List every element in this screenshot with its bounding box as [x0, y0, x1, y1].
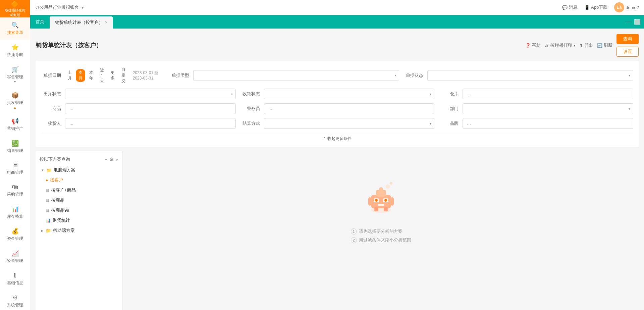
sales-icon: 💹: [11, 140, 19, 147]
minimize-btn[interactable]: —: [626, 19, 631, 25]
doc-type-select[interactable]: ▾: [193, 70, 399, 81]
filter-panel: 单据日期 上月 本月 本年 近7天 更多 自定义 2023-03-01 至 20…: [36, 61, 639, 147]
tab-close-btn[interactable]: ×: [105, 20, 107, 25]
ops-icon: 📈: [11, 250, 19, 257]
sidebar-item-marketing[interactable]: 📢 营销推广: [0, 113, 30, 136]
refresh-btn[interactable]: 🔄 刷新: [597, 42, 612, 48]
doc-type-label: 单据类型: [169, 72, 189, 79]
goods-select[interactable]: …: [65, 103, 236, 114]
sidebar-item-label: 库存核算: [7, 214, 23, 219]
tab-home[interactable]: 首页: [30, 15, 50, 29]
salesperson-select[interactable]: …: [264, 103, 435, 114]
export-label: 导出: [584, 42, 593, 48]
help-btn[interactable]: ❓ 帮助: [525, 42, 541, 48]
sidebar-item-ops[interactable]: 📈 经营管理: [0, 246, 30, 268]
settlement-select[interactable]: ▾: [264, 118, 435, 129]
collapse-panel-btn[interactable]: «: [116, 157, 118, 162]
receiver-more[interactable]: …: [68, 121, 75, 126]
tree-item-by-customer[interactable]: ● 按客户: [36, 175, 122, 185]
template-print-btn[interactable]: 🖨 按模板打印 ▾: [545, 42, 575, 48]
warehouse-select[interactable]: …: [463, 89, 633, 99]
sidebar-item-label: 批发管理: [7, 100, 23, 106]
app-title: 办公用品行业模拟账套: [35, 4, 79, 10]
svg-rect-6: [378, 204, 384, 206]
sidebar-item-retail[interactable]: 🛒 零售管理 ▼: [0, 62, 30, 88]
tree-item-customer-goods[interactable]: ▦ 按客户+商品: [36, 185, 122, 195]
shortcut-custom[interactable]: 自定义: [119, 66, 129, 85]
svg-point-4: [375, 199, 378, 202]
sidebar-item-label: 搜索菜单: [7, 30, 23, 36]
brand-select[interactable]: …: [463, 118, 633, 129]
tab-active[interactable]: 销货单统计表（按客户） ×: [50, 16, 113, 29]
refresh-icon: 🔄: [597, 43, 602, 48]
sidebar-item-label: 经营管理: [7, 258, 23, 264]
sidebar-item-basic[interactable]: ℹ 基础信息: [0, 268, 30, 290]
brand-more[interactable]: …: [466, 121, 472, 126]
collapse-btn[interactable]: ⌃ 收起更多条件: [41, 133, 633, 142]
delivery-select[interactable]: ▾: [65, 89, 236, 99]
payment-select[interactable]: ▾: [264, 89, 435, 99]
chevron-down-icon: ▾: [430, 92, 431, 96]
tree-item-goods99[interactable]: ▦ 按商品99: [36, 205, 122, 215]
shortcut-more[interactable]: 更多: [108, 69, 117, 82]
sidebar-item-inventory[interactable]: 📊 库存核算: [0, 201, 30, 223]
empty-illustration: [361, 176, 401, 223]
query-btn[interactable]: 查询: [616, 34, 639, 44]
warehouse-more[interactable]: …: [466, 92, 472, 96]
chevron-down-icon[interactable]: ▾: [82, 5, 84, 10]
brand-label: 品牌: [438, 120, 459, 126]
sidebar-item-sales[interactable]: 💹 销售管理: [0, 136, 30, 158]
add-scheme-btn[interactable]: +: [105, 157, 107, 162]
page-actions: ❓ 帮助 🖨 按模板打印 ▾ ⬆ 导出 🔄 刷新: [525, 34, 639, 57]
delivery-label: 出库状态: [41, 91, 61, 97]
sidebar-item-purchase[interactable]: 🛍 采购管理: [0, 179, 30, 201]
basic-icon: ℹ: [14, 272, 16, 279]
shortcut-7days[interactable]: 近7天: [97, 67, 107, 84]
app-download-btn[interactable]: 📱 App下载: [584, 4, 607, 10]
app-download-label: App下载: [591, 4, 607, 10]
folder-mobile-icon: 📁: [46, 228, 51, 233]
tree-folder-desktop[interactable]: ▼ 📁 电脑端方案: [36, 165, 122, 175]
page-container: 销货单统计表（按客户） ❓ 帮助 🖨 按模板打印 ▾ ⬆ 导出: [30, 29, 644, 310]
svg-point-14: [390, 182, 392, 185]
goods-more[interactable]: …: [68, 106, 75, 111]
sidebar-item-wholesale[interactable]: 📦 批发管理 ▲: [0, 88, 30, 113]
shortcut-this-year[interactable]: 本年: [87, 69, 96, 82]
message-btn[interactable]: 💬 消息: [562, 4, 578, 10]
doc-status-select[interactable]: ▾: [427, 70, 633, 81]
inventory-icon: 📊: [11, 205, 19, 213]
tree-item-goods[interactable]: ▦ 按商品: [36, 195, 122, 205]
tree-item-return[interactable]: 📊 退货统计: [36, 215, 122, 225]
quick-nav-icon: ⭐: [11, 44, 19, 51]
shortcut-this-month[interactable]: 本月: [76, 69, 85, 82]
sidebar-item-finance[interactable]: 💰 资金管理: [0, 223, 30, 246]
doc-status-label: 单据状态: [403, 72, 423, 79]
svg-point-13: [386, 185, 390, 189]
dept-select[interactable]: ▾: [463, 103, 633, 114]
user-menu[interactable]: Ea demo2: [614, 2, 639, 12]
filter-row-goods: 商品 … 业务员 … 部门 ▾: [41, 103, 633, 114]
sidebar-item-label: 电商管理: [7, 170, 23, 175]
sidebar-item-ecommerce[interactable]: 🖥 电商管理: [0, 158, 30, 179]
filter-row-receiver: 收货人 … 结算方式 ▾ 品牌 …: [41, 118, 633, 129]
maximize-btn[interactable]: ⬜: [634, 19, 641, 25]
salesperson-more[interactable]: …: [267, 106, 274, 111]
goods-icon: ▦: [46, 198, 49, 203]
empty-hints: 1 请先选择要分析的方案 2 用过滤条件来缩小分析范围: [351, 228, 411, 243]
warehouse-label: 仓库: [438, 91, 459, 97]
shortcut-last-month[interactable]: 上月: [65, 69, 74, 82]
scheme-settings-btn[interactable]: ⚙: [109, 157, 114, 162]
tree-folder-mobile[interactable]: ▶ 📁 移动端方案: [36, 225, 122, 236]
export-btn[interactable]: ⬆ 导出: [579, 42, 593, 48]
sidebar-item-quick-nav[interactable]: ⭐ 快捷导航: [0, 40, 30, 62]
chevron-down-icon: ▾: [430, 122, 431, 125]
receiver-select[interactable]: …: [65, 118, 236, 129]
page-title: 销货单统计表（按客户）: [36, 41, 102, 49]
settings-btn[interactable]: 设置: [616, 47, 639, 57]
avatar: Ea: [614, 2, 624, 12]
finance-icon: 💰: [11, 227, 19, 235]
sidebar-item-label: 营销推广: [7, 126, 23, 132]
sidebar-item-search[interactable]: 🔍 搜索菜单: [0, 17, 30, 40]
sidebar-item-system[interactable]: ⚙ 系统管理: [0, 290, 30, 310]
tab-bar: 首页 销货单统计表（按客户） × — ⬜: [30, 15, 644, 29]
